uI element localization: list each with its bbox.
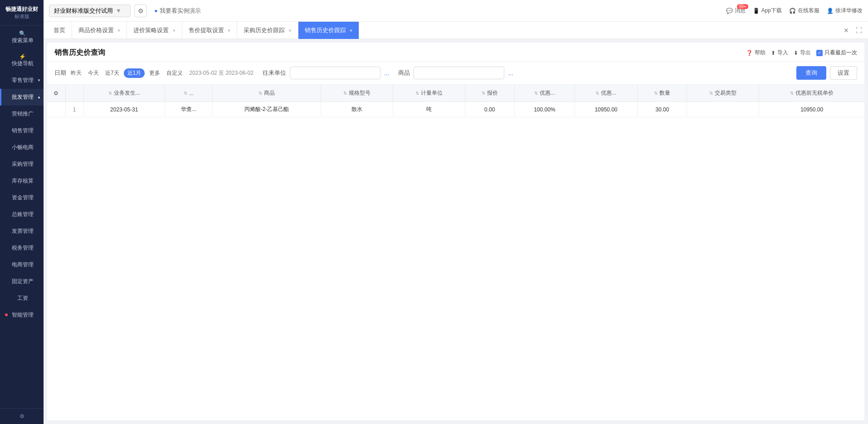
source-filter-dots[interactable]: ... — [384, 69, 390, 77]
source-filter-input[interactable] — [290, 67, 380, 79]
sort-unit-icon: ⇅ — [415, 91, 419, 96]
help-icon: ❓ — [746, 50, 753, 56]
tab-sale-history[interactable]: 销售历史价跟踪 × — [298, 22, 359, 39]
sidebar-item-purchase[interactable]: 采购管理 — [0, 156, 44, 173]
tab-home[interactable]: 首页 — [47, 22, 72, 39]
th-more[interactable]: ⇅ ... — [165, 85, 213, 102]
message-button[interactable]: 💬 消息 99+ — [726, 7, 746, 14]
th-price[interactable]: ⇅ 报价 — [465, 85, 514, 102]
app-download-label: App下载 — [761, 7, 782, 14]
online-service-button[interactable]: 🎧 在线客服 — [789, 7, 819, 14]
th-discount1[interactable]: ⇅ 优惠... — [514, 85, 575, 102]
th-transaction-type[interactable]: ⇅ 交易类型 — [687, 85, 759, 102]
tab-price-setting-close[interactable]: × — [117, 28, 120, 33]
sidebar-item-inventory[interactable]: 库存核算 — [0, 173, 44, 189]
tab-price-setting[interactable]: 商品价格设置 × — [72, 22, 127, 39]
workspace-label: 好业财标准版交付试用 — [54, 7, 113, 15]
tab-purchase-history-close[interactable]: × — [288, 28, 291, 33]
chevron-down-icon: ▼ — [116, 7, 122, 14]
sidebar-item-sales[interactable]: 销售管理 — [0, 122, 44, 139]
table-row[interactable]: 1 2023-05-31 华查... 丙烯酸-2-乙基己酯 散水 吨 0.00 … — [47, 102, 864, 117]
help-label: 帮助 — [755, 49, 766, 57]
table-container: ⚙ ⇅ 业务发生... ⇅ ... — [47, 85, 864, 420]
date-filter-label: 日期 — [54, 69, 66, 77]
sidebar-item-xiaochang[interactable]: 小畅电商 — [0, 139, 44, 156]
th-pretax-price[interactable]: ⇅ 优惠前无税单价 — [759, 85, 864, 102]
sidebar-item-retail[interactable]: 零售管理 — [0, 72, 44, 89]
product-filter-dots[interactable]: ... — [508, 69, 513, 77]
help-button[interactable]: ❓ 帮助 — [746, 49, 766, 57]
date-btn-today[interactable]: 今天 — [86, 68, 101, 78]
import-button[interactable]: ⬆ 导入 — [771, 49, 788, 57]
sidebar-item-capital[interactable]: 资金管理 — [0, 189, 44, 206]
th-spec[interactable]: ⇅ 规格型号 — [321, 85, 393, 102]
date-btn-7days[interactable]: 近7天 — [103, 68, 121, 78]
tab-purchase-strategy-close[interactable]: × — [172, 28, 175, 33]
date-btn-yesterday[interactable]: 昨天 — [69, 68, 83, 78]
date-btn-custom[interactable]: 自定义 — [165, 68, 185, 78]
date-range-display: 2023-05-02 至 2023-06-02 — [189, 69, 253, 77]
gear-icon: ⚙ — [138, 7, 144, 14]
workspace-select[interactable]: 好业财标准版交付试用 ▼ — [49, 5, 131, 17]
import-label: 导入 — [777, 49, 788, 57]
th-unit-label: 计量单位 — [421, 89, 443, 97]
product-filter-section: 商品 ... — [398, 67, 513, 79]
checkbox-checked-icon: ✓ — [816, 50, 823, 56]
tab-purchase-strategy[interactable]: 进价策略设置 × — [127, 22, 182, 39]
sidebar-item-tax[interactable]: 税务管理 — [0, 240, 44, 256]
sidebar-item-assets[interactable]: 固定资产 — [0, 273, 44, 290]
th-product-label: 商品 — [264, 89, 275, 97]
row-price: 0.00 — [465, 102, 514, 117]
th-discount2[interactable]: ⇅ 优惠... — [575, 85, 637, 102]
sidebar-item-ecommerce[interactable]: 电商管理 — [0, 256, 44, 273]
th-unit[interactable]: ⇅ 计量单位 — [393, 85, 465, 102]
demo-button[interactable]: ● 我要看实例演示 — [154, 7, 201, 15]
sidebar-item-invoice[interactable]: 发票管理 — [0, 223, 44, 240]
tab-sale-extract-close[interactable]: × — [228, 28, 230, 33]
tab-close-window[interactable]: ✕ — [841, 25, 852, 36]
product-filter-input[interactable] — [414, 67, 504, 79]
purchase-label: 采购管理 — [12, 160, 34, 168]
only-last-checkbox[interactable]: ✓ 只看最后一次 — [816, 49, 857, 57]
app-download-button[interactable]: 📱 App下载 — [753, 7, 782, 14]
query-button[interactable]: 查询 — [796, 66, 826, 80]
sidebar-settings[interactable]: ⚙ — [0, 408, 44, 424]
tab-purchase-history[interactable]: 采购历史价跟踪 × — [237, 22, 298, 39]
topbar-right: 💬 消息 99+ 📱 App下载 🎧 在线客服 👤 徐泽华修改 — [726, 7, 863, 14]
tab-fullscreen[interactable]: ⛶ — [853, 25, 864, 36]
tab-purchase-strategy-label: 进价策略设置 — [133, 26, 169, 34]
product-filter-label: 商品 — [398, 69, 410, 77]
workspace-gear-button[interactable]: ⚙ — [134, 5, 147, 17]
topbar: 好业财标准版交付试用 ▼ ⚙ ● 我要看实例演示 💬 消息 99+ 📱 App下… — [44, 0, 868, 22]
tabbar: 首页 商品价格设置 × 进价策略设置 × 售价提取设置 × 采购历史价跟踪 × … — [44, 22, 868, 39]
demo-icon: ● — [154, 7, 158, 14]
sidebar-item-quicknav[interactable]: ⚡ 快捷导航 — [0, 49, 44, 72]
sidebar-item-wholesale[interactable]: 批发管理 — [0, 89, 44, 106]
row-transaction-type — [687, 102, 759, 117]
sidebar-item-ledger[interactable]: 总账管理 — [0, 206, 44, 223]
export-button[interactable]: ⬇ 导出 — [794, 49, 811, 57]
th-business-date[interactable]: ⇅ 业务发生... — [83, 85, 165, 102]
page-title: 销售历史价查询 — [54, 48, 105, 58]
date-btn-more[interactable]: 更多 — [147, 68, 162, 78]
sidebar-item-search[interactable]: 🔍 搜索菜单 — [0, 26, 44, 49]
sidebar-item-marketing[interactable]: 营销推广 — [0, 106, 44, 122]
th-product[interactable]: ⇅ 商品 — [213, 85, 321, 102]
marketing-label: 营销推广 — [12, 110, 34, 118]
date-btn-1month[interactable]: 近1月 — [124, 68, 145, 78]
xiaochang-label: 小畅电商 — [12, 144, 34, 151]
salary-label: 工资 — [17, 294, 28, 302]
table-header-row: ⚙ ⇅ 业务发生... ⇅ ... — [47, 85, 864, 102]
th-discount2-label: 优惠... — [601, 89, 616, 97]
sidebar-item-smart[interactable]: 智能管理 — [0, 307, 44, 323]
sort-price-icon: ⇅ — [482, 91, 485, 96]
setting-button[interactable]: 设置 — [830, 66, 857, 80]
sidebar-logo: 畅捷通好业财 标准版 — [0, 0, 44, 26]
tab-sale-history-close[interactable]: × — [350, 28, 352, 33]
tab-sale-extract[interactable]: 售价提取设置 × — [182, 22, 237, 39]
sidebar-item-salary[interactable]: 工资 — [0, 290, 44, 307]
th-quantity[interactable]: ⇅ 数量 — [638, 85, 687, 102]
user-avatar[interactable]: 👤 徐泽华修改 — [827, 7, 863, 14]
tab-price-setting-label: 商品价格设置 — [78, 26, 114, 34]
retail-label: 零售管理 — [12, 77, 34, 84]
